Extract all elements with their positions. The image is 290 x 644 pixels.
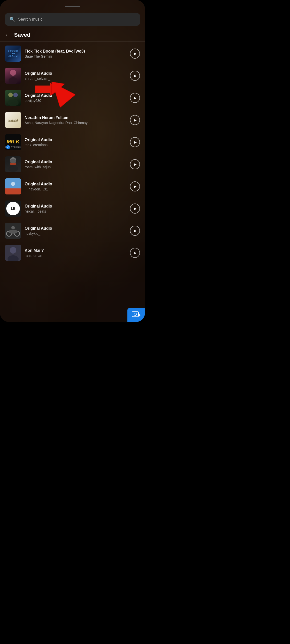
play-icon: ▶ (134, 74, 137, 78)
track-info: Original Audio pcvijay630 (25, 93, 126, 103)
screen-record-icon (132, 311, 141, 319)
list-item[interactable]: MR.K CREATIONS ✓ Original Audio mr.k_cre… (0, 131, 145, 153)
track-info: Original Audio shruthi_selvam_ (25, 71, 126, 80)
phone-container: 🔍 Search music ← Saved STOOBITHEALBUM Ti… (0, 0, 145, 322)
list-item[interactable]: Original Audio huskykid_ ▶ (0, 220, 145, 242)
list-item[interactable]: LB Original Audio lyrical._.beats ▶ (0, 197, 145, 220)
track-info: Original Audio lyrical._.beats (25, 204, 126, 213)
search-bar[interactable]: 🔍 Search music (5, 13, 140, 26)
svg-point-18 (9, 230, 18, 234)
track-title: Original Audio (25, 93, 126, 98)
verified-badge: ✓ (6, 145, 10, 149)
album-art-border: நேரத்தின் (6, 113, 20, 127)
album-art: MR.K CREATIONS ✓ (5, 134, 21, 150)
track-info: Kon Mai ? ranshuman (25, 248, 126, 258)
play-icon: ▶ (134, 118, 137, 122)
page-title: Saved (14, 32, 30, 38)
svg-point-5 (13, 93, 18, 97)
list-item[interactable]: STOOBITHEALBUM Tick Tick Boom (feat. Byg… (0, 43, 145, 65)
svg-point-14 (11, 182, 15, 186)
album-art: நேரத்தின் (5, 112, 21, 128)
play-button[interactable]: ▶ (130, 93, 140, 103)
svg-point-3 (9, 77, 18, 84)
play-icon: ▶ (134, 229, 137, 233)
svg-point-2 (10, 70, 16, 76)
play-button[interactable]: ▶ (130, 226, 140, 236)
biker-silhouette (5, 156, 21, 172)
sky-scene (5, 178, 21, 194)
lyrical-logo: LB (6, 202, 20, 215)
svg-marker-24 (139, 313, 140, 317)
track-title: Nerathin Neram Yellam (25, 115, 126, 120)
track-title: Original Audio (25, 182, 126, 186)
svg-rect-10 (10, 163, 16, 165)
album-art (5, 90, 21, 106)
screen-record-button[interactable] (127, 308, 145, 322)
album-art (5, 178, 21, 194)
search-placeholder-text: Search music (18, 17, 42, 22)
track-title: Original Audio (25, 71, 126, 76)
track-title: Original Audio (25, 160, 126, 164)
play-icon: ▶ (134, 140, 137, 144)
list-item[interactable]: Original Audio pcvijay630 ▶ (0, 87, 145, 109)
svg-text:நேரத்தின்: நேரத்தின் (8, 119, 19, 122)
svg-point-19 (11, 226, 15, 229)
track-title: Original Audio (25, 204, 126, 209)
album-art: STOOBITHEALBUM (5, 46, 21, 62)
search-container: 🔍 Search music (0, 11, 145, 30)
track-artist: huskykid_ (25, 231, 126, 235)
svg-point-21 (10, 247, 16, 254)
svg-point-6 (8, 100, 19, 106)
svg-point-11 (8, 166, 18, 172)
album-art (5, 68, 21, 84)
track-info: Original Audio __naveen._.31 (25, 182, 126, 191)
album-art (5, 156, 21, 172)
play-icon: ▶ (134, 162, 137, 166)
list-item[interactable]: Original Audio shruthi_selvam_ ▶ (0, 65, 145, 87)
play-button[interactable]: ▶ (130, 115, 140, 125)
track-title: Original Audio (25, 138, 126, 142)
play-icon: ▶ (134, 207, 137, 211)
mrk-text: MR.K (5, 139, 21, 144)
track-artist: pcvijay630 (25, 99, 126, 103)
track-artist: Achu, Narayan Nagendra Rao, Chinmayi (25, 121, 126, 125)
track-info: Original Audio roam_with_arjun (25, 160, 126, 169)
duo-silhouette (5, 90, 21, 106)
nerathin-icon: நேரத்தின் (8, 114, 19, 126)
track-artist: mr.k_creations_ (25, 143, 126, 147)
track-artist: shruthi_selvam_ (25, 76, 126, 80)
track-info: Original Audio huskykid_ (25, 226, 126, 235)
play-button[interactable]: ▶ (130, 181, 140, 191)
person-photo (5, 245, 21, 261)
track-artist: Sage The Gemini (25, 54, 126, 58)
list-item[interactable]: நேரத்தின் Nerathin Neram Yellam Achu, Na… (0, 109, 145, 131)
main-content: 🔍 Search music ← Saved STOOBITHEALBUM Ti… (0, 0, 145, 264)
play-button[interactable]: ▶ (130, 49, 140, 59)
list-item[interactable]: Kon Mai ? ranshuman ▶ (0, 242, 145, 264)
track-info: Nerathin Neram Yellam Achu, Narayan Nage… (25, 115, 126, 125)
play-button[interactable]: ▶ (130, 248, 140, 258)
play-icon: ▶ (134, 52, 137, 56)
album-art (5, 245, 21, 261)
play-button[interactable]: ▶ (130, 71, 140, 81)
play-button[interactable]: ▶ (130, 204, 140, 214)
svg-point-4 (8, 93, 13, 97)
play-icon: ▶ (134, 184, 137, 188)
track-artist: ranshuman (25, 254, 126, 258)
status-pill (65, 6, 80, 7)
svg-point-25 (134, 313, 136, 315)
album-art: LB (5, 200, 21, 217)
track-artist: lyrical._.beats (25, 209, 126, 213)
track-info: Tick Tick Boom (feat. BygTwo3) Sage The … (25, 49, 126, 58)
back-button[interactable]: ← (5, 32, 11, 38)
list-item[interactable]: Original Audio roam_with_arjun ▶ (0, 153, 145, 175)
track-artist: roam_with_arjun (25, 165, 126, 169)
track-title: Tick Tick Boom (feat. BygTwo3) (25, 49, 126, 54)
list-item[interactable]: Original Audio __naveen._.31 ▶ (0, 175, 145, 197)
play-button[interactable]: ▶ (130, 137, 140, 147)
svg-rect-13 (5, 188, 21, 194)
search-icon: 🔍 (10, 17, 15, 22)
svg-rect-23 (132, 312, 138, 317)
track-title: Kon Mai ? (25, 248, 126, 253)
play-button[interactable]: ▶ (130, 159, 140, 169)
